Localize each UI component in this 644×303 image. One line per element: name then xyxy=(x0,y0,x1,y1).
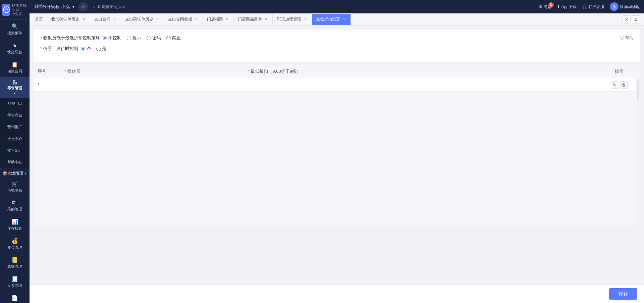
retail-icon: 🏪 xyxy=(12,80,17,85)
td-min-discount xyxy=(244,82,602,88)
project-name: 测试分开完程·小况 xyxy=(34,4,70,10)
sidebar-item-accounting[interactable]: 📒 总账管理 xyxy=(0,253,30,272)
messages-badge: 8 xyxy=(548,2,554,8)
demo-circle-icon: ○ xyxy=(93,4,96,9)
sidebar-item-tax[interactable]: 📄 税务管理 xyxy=(0,292,30,303)
download-icon: ⬇ xyxy=(557,4,560,9)
sidebar-item-smart-store[interactable]: 智慧门店 xyxy=(0,98,30,109)
app-logo-icon xyxy=(2,4,10,16)
policy-radio-remind[interactable]: 提示 xyxy=(127,35,141,41)
sidebar-item-project[interactable]: 📋 项目合同 xyxy=(0,58,30,77)
tab-close-store-file[interactable]: ✕ xyxy=(225,17,229,22)
tab-home[interactable]: 首页 xyxy=(31,14,47,25)
sidebar-item-retail[interactable]: 🏪 零售管理 ▲ xyxy=(0,77,30,98)
sidebar-item-help-center[interactable]: 帮助中心 xyxy=(0,156,30,168)
policy-form-row: 收银员低于最低折扣控制策略 不控制 提示 密码 xyxy=(40,35,633,41)
manual-radio-group: 否 是 xyxy=(81,46,106,52)
app-download-button[interactable]: ⬇ App下载 xyxy=(557,4,577,10)
table-body-wrapper: 1 ✎ 🗑 xyxy=(34,78,640,226)
app-name: 畅捷通好业财 专业版 xyxy=(12,3,28,16)
tab-close-min-discount[interactable]: ✕ xyxy=(342,17,346,22)
sidebar-item-retail-mall[interactable]: 零售商城 xyxy=(0,109,30,121)
td-operator xyxy=(60,82,244,88)
search-icon: 🔍 xyxy=(11,23,18,30)
tab-payment-confirm[interactable]: 支出确认单历史 ✕ xyxy=(121,14,164,25)
tab-close-store-product[interactable]: ✕ xyxy=(264,17,268,22)
user-profile-button[interactable]: 徐 徐泽华修改 xyxy=(610,2,640,11)
sidebar-item-ecommerce[interactable]: 🛒 小畅电商 xyxy=(0,177,30,196)
topbar-settings-button[interactable]: ⚙ xyxy=(78,2,88,11)
th-action: 操作 xyxy=(602,65,636,78)
row-delete-button[interactable]: 🗑 xyxy=(620,81,628,89)
sidebar-item-shortcut[interactable]: ★ 快捷导航 xyxy=(0,39,30,58)
sidebar-item-capital[interactable]: 💰 资金管理 xyxy=(0,234,30,253)
save-button[interactable]: 保存 xyxy=(609,288,637,300)
tab-close-payment-contract[interactable]: ✕ xyxy=(112,17,117,22)
policy-radio-forbid[interactable]: 禁止 xyxy=(166,35,181,41)
tab-close-button[interactable]: ✕ xyxy=(623,15,631,23)
table-scrollbar[interactable] xyxy=(636,78,640,226)
table-body: 1 ✎ 🗑 xyxy=(34,78,636,226)
sidebar-item-retail-stat[interactable]: 零售统计 xyxy=(0,145,30,156)
wholesale-icon: 📦 xyxy=(2,171,7,176)
messages-button[interactable]: ✉ 消息 8 xyxy=(539,4,551,10)
tab-actions: ✕ ⧉ xyxy=(623,15,643,23)
tab-payment-board[interactable]: 支出合同看板 ✕ xyxy=(164,14,203,25)
manual-label: 仅手工改价时控制 xyxy=(40,46,78,52)
content-area: 收银员低于最低折扣控制策略 不控制 提示 密码 xyxy=(30,26,644,285)
tab-close-payment-confirm[interactable]: ✕ xyxy=(155,17,160,22)
topbar: 测试分开完程·小况 ▼ ⚙ ○ 我要看实例演示 ✉ 消息 8 ⬇ App下载 🎧… xyxy=(30,0,644,13)
online-service-button[interactable]: 🎧 在线客服 xyxy=(582,4,604,10)
help-link[interactable]: ⓘ 帮助 xyxy=(620,35,633,41)
sidebar-item-marketing[interactable]: 营销推广 xyxy=(0,121,30,133)
discount-table: 序号 * 操作员 * 最低折扣（9.00等于9折） 操作 1 xyxy=(34,65,640,226)
policy-radio-password[interactable]: 密码 xyxy=(147,35,161,41)
th-seq: 序号 xyxy=(34,65,60,78)
sidebar-logo: 畅捷通好业财 专业版 xyxy=(0,0,30,20)
purchase-icon: 🛍 xyxy=(12,200,17,206)
manual-radio-no[interactable]: 否 xyxy=(81,46,91,52)
table-row: 1 ✎ 🗑 xyxy=(34,78,636,92)
sidebar-item-member[interactable]: 会员中心 xyxy=(0,133,30,145)
tab-store-product[interactable]: 门店商品目录 ✕ xyxy=(234,14,273,25)
chevron-down-icon: ▼ xyxy=(72,5,75,9)
project-icon: 📋 xyxy=(11,61,18,68)
invoice-icon: 🧾 xyxy=(11,276,18,282)
tabbar: 首页 收入确认单历史 ✕ 支出合同 ✕ 支出确认单历史 ✕ 支出合同看板 ✕ 门… xyxy=(30,13,644,26)
manual-radio-yes[interactable]: 是 xyxy=(96,46,106,52)
gear-icon: ⚙ xyxy=(81,4,85,9)
topbar-project-selector[interactable]: 测试分开完程·小况 ▼ xyxy=(34,4,75,10)
tab-min-discount[interactable]: 最低折扣设置 ✕ xyxy=(312,14,351,25)
inventory-icon: 📊 xyxy=(11,218,18,225)
tab-close-payment-board[interactable]: ✕ xyxy=(194,17,199,22)
tab-more-button[interactable]: ⧉ xyxy=(632,15,640,23)
tab-pos-password[interactable]: POS加密管理 ✕ xyxy=(273,14,312,25)
tab-close-pos-password[interactable]: ✕ xyxy=(303,17,308,22)
ecommerce-icon: 🛒 xyxy=(11,181,18,187)
tab-store-file[interactable]: 门店档案 ✕ xyxy=(203,14,234,25)
svg-point-0 xyxy=(3,7,9,13)
td-seq: 1 xyxy=(34,80,60,90)
settings-form-card: 收银员低于最低折扣控制策略 不控制 提示 密码 xyxy=(34,30,640,62)
sidebar-item-wholesale[interactable]: 📦 批发管理 ▼ xyxy=(0,168,30,177)
sidebar-item-inventory[interactable]: 📊 库存核算 xyxy=(0,215,30,234)
avatar: 徐 xyxy=(610,2,619,11)
scrollbar-space xyxy=(636,65,640,78)
sidebar-item-search[interactable]: 🔍 搜索菜单 xyxy=(0,20,30,39)
footer-bar: 保存 xyxy=(30,285,644,303)
sidebar-item-purchase[interactable]: 🛍 采购管理 xyxy=(0,196,30,215)
topbar-demo-link[interactable]: ○ 我要看实例演示 xyxy=(93,4,125,10)
policy-radio-none[interactable]: 不控制 xyxy=(103,35,121,41)
tab-payment-contract[interactable]: 支出合同 ✕ xyxy=(90,14,121,25)
main-area: 测试分开完程·小况 ▼ ⚙ ○ 我要看实例演示 ✉ 消息 8 ⬇ App下载 🎧… xyxy=(30,0,644,303)
td-action: ✎ 🗑 xyxy=(602,79,636,91)
tab-close-income[interactable]: ✕ xyxy=(82,17,86,22)
scrollbar-handle[interactable] xyxy=(637,80,639,100)
tab-income[interactable]: 收入确认单历史 ✕ xyxy=(47,14,90,25)
policy-label: 收银员低于最低折扣控制策略 xyxy=(40,35,100,41)
shortcut-icon: ★ xyxy=(12,42,17,49)
table-header: 序号 * 操作员 * 最低折扣（9.00等于9折） 操作 xyxy=(34,65,640,78)
row-edit-button[interactable]: ✎ xyxy=(611,81,618,89)
sidebar-item-invoice[interactable]: 🧾 发票管理 xyxy=(0,272,30,292)
sidebar: 畅捷通好业财 专业版 🔍 搜索菜单 ★ 快捷导航 📋 项目合同 🏪 零售管理 ▲… xyxy=(0,0,30,303)
